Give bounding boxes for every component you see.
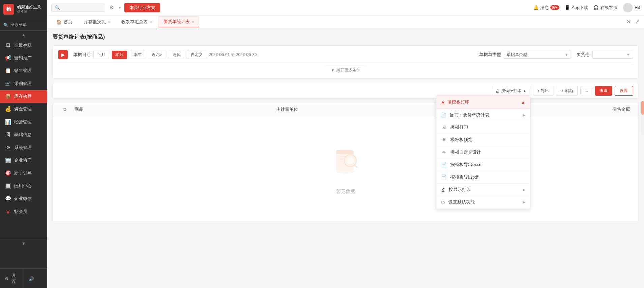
customer-service-btn[interactable]: 🎧 在线客服 [593, 5, 618, 11]
sidebar-item-enterprise[interactable]: 🏢 企业协同 [0, 154, 47, 167]
page-title: 要货单统计表(按商品) [53, 34, 639, 41]
date-prev-month-btn[interactable]: 上月 [93, 51, 109, 59]
wechat-icon: 💬 [5, 196, 11, 202]
audio-icon: 🔊 [29, 276, 34, 281]
sidebar-scroll-up[interactable]: ▲ [0, 31, 47, 39]
dropdown-template-design[interactable]: ✏ 模板自定义设计 [436, 146, 530, 159]
date-current-year-btn[interactable]: 本年 [130, 51, 145, 59]
tab-order-stats[interactable]: 要货单统计表 × [158, 16, 199, 27]
topbar-settings-arrow: ▼ [118, 6, 122, 10]
app-logo: 畅 畅康通好生意 标准版 [0, 0, 47, 19]
dropdown-template-preview[interactable]: 👁 模板板预览 [436, 134, 530, 146]
print-template-btn[interactable]: 🖨 按模板打印 ▲ [492, 86, 530, 96]
sidebar-item-basics[interactable]: 🗄 基础信息 [0, 128, 47, 141]
svg-rect-6 [339, 156, 347, 157]
export-btn[interactable]: ↑ 导出 [533, 86, 553, 96]
date-current-month-btn[interactable]: 本月 [112, 51, 127, 59]
sidebar-item-system[interactable]: ⚙ 系统管理 [0, 141, 47, 154]
user-avatar [623, 3, 633, 12]
settings-btn[interactable]: 设置 [615, 86, 633, 96]
toolbar-right: 🖨 按模板打印 ▲ 🖨 按模板打印 ▲ 📄 [492, 86, 633, 96]
template-print-icon: 🖨 [441, 125, 447, 130]
date-last7days-btn[interactable]: 近7天 [148, 51, 166, 59]
sidebar-item-sales[interactable]: 📋 销售管理 [0, 64, 47, 77]
sidebar-item-label: 快捷导航 [14, 42, 32, 48]
tab-home[interactable]: 🏠 首页 [51, 17, 78, 27]
filter-expand-arrow[interactable]: ▶ [58, 50, 68, 59]
more-btn[interactable]: ··· [580, 87, 592, 95]
date-custom-btn[interactable]: 自定义 [187, 51, 206, 59]
tab-receipt-summary[interactable]: 收发存汇总表 × [116, 17, 157, 27]
query-btn[interactable]: 查询 [595, 86, 612, 96]
headset-icon: 🎧 [593, 5, 599, 10]
template-pdf-label: 按模板导出pdf [450, 174, 478, 180]
template-preview-icon: 👁 [441, 137, 447, 142]
logo-icon: 畅 [3, 4, 14, 15]
sidebar-item-purchase[interactable]: 🛒 采购管理 [0, 77, 47, 90]
print-dropdown-printer-icon: 🖨 [441, 100, 445, 105]
topbar-search-box[interactable]: 🔍 [51, 4, 105, 12]
settings-label: 设置 [620, 88, 628, 93]
user-area[interactable]: Rit [623, 3, 640, 12]
display-print-icon: 🖨 [441, 187, 445, 192]
date-more-btn[interactable]: 更多 [169, 51, 184, 59]
tab-inventory-batch[interactable]: 库存批次账 × [79, 17, 115, 27]
dropdown-template-pdf[interactable]: 📄 按模板导出pdf [436, 171, 530, 184]
purchase-icon: 🛒 [5, 81, 11, 87]
svg-rect-7 [339, 159, 344, 160]
sidebar-item-finance[interactable]: 💰 资金管理 [0, 103, 47, 116]
goods-select-wrapper: ▼ [592, 51, 633, 59]
sidebar-scroll-down[interactable]: ▼ [0, 239, 47, 247]
date-filter-section: 单据日期 上月 本月 本年 近7天 更多 自定义 2023-06-01 至 20… [73, 51, 257, 59]
sidebar-item-marketing[interactable]: 📢 营销推广 [0, 52, 47, 64]
tab-inventory-batch-label: 库存批次账 [84, 19, 106, 25]
topbar-settings-btn[interactable]: ⚙ [108, 3, 115, 12]
messages-btn[interactable]: 🔔 消息 99+ [533, 5, 559, 11]
chevron-up-icon-header: ▲ [521, 100, 525, 105]
sidebar-item-wechat[interactable]: 💬 企业微信 [0, 192, 47, 205]
sidebar-search-label: 搜索菜单 [10, 22, 27, 28]
tabbar-right: ✕ ⤢ [626, 18, 640, 26]
sidebar-item-member[interactable]: V 畅会员 [0, 205, 47, 218]
scrollbar[interactable] [641, 101, 644, 135]
template-excel-label: 按模板导出excel [450, 162, 482, 168]
dropdown-current-section[interactable]: 📄 当前：要货单统计表 ▶ [436, 109, 530, 121]
export-icon: ↑ [537, 89, 539, 93]
goods-select[interactable] [592, 51, 633, 59]
app-download-btn[interactable]: 📱 App下载 [565, 5, 588, 11]
tab-receipt-summary-close[interactable]: × [150, 20, 152, 24]
refresh-btn[interactable]: ↺ 刷新 [556, 86, 578, 96]
chevron-right-current: ▶ [523, 113, 525, 117]
sidebar-audio-btn[interactable]: 🔊 [24, 269, 48, 288]
sidebar-item-label: 企业微信 [14, 196, 32, 202]
sidebar-item-guide[interactable]: 🎯 新手引导 [0, 167, 47, 180]
expand-more-btn[interactable]: ▼ 展开更多条件 [325, 66, 366, 74]
sidebar-item-operations[interactable]: 📊 经营管理 [0, 116, 47, 128]
messages-label: 消息 [540, 5, 549, 11]
dropdown-template-print[interactable]: 🖨 模板打印 [436, 121, 530, 134]
tabbar: 🏠 首页 库存批次账 × 收发存汇总表 × 要货单统计表 × ✕ ⤢ [47, 15, 644, 28]
tab-order-stats-label: 要货单统计表 [164, 19, 190, 25]
dropdown-display-print[interactable]: 🖨 按显示打印 ▶ [436, 184, 530, 196]
settings-col-icon[interactable]: ⚙ [63, 107, 67, 112]
tabbar-close-btn[interactable]: ✕ [626, 18, 632, 26]
dropdown-default-function[interactable]: ⚙ 设置默认功能 ▶ [436, 196, 530, 209]
doc-type-select[interactable]: 单据单类型 [504, 51, 571, 59]
topbar-right: 🔔 消息 99+ 📱 App下载 🎧 在线客服 Rit [533, 3, 640, 12]
col-check: ⚙ [58, 107, 72, 112]
sidebar-settings-btn[interactable]: ⚙ 设置 [0, 269, 24, 288]
tab-inventory-batch-close[interactable]: × [108, 20, 110, 24]
table-area: ⚙ 商品 主计量单位 主数量 零售金额 [53, 103, 639, 222]
sidebar-item-apps[interactable]: 🔲 应用中心 [0, 180, 47, 192]
sidebar-item-inventory[interactable]: 📦 库存核算 [0, 90, 47, 103]
dropdown-template-excel[interactable]: 📄 按模板导出excel [436, 159, 530, 171]
tab-order-stats-close[interactable]: × [192, 20, 194, 24]
svg-line-5 [354, 165, 357, 167]
trial-btn[interactable]: 体验行业方案 [124, 3, 160, 12]
empty-illustration [329, 143, 362, 183]
sidebar-search[interactable]: 🔍 搜索菜单 [0, 19, 47, 30]
sidebar-item-quick-nav[interactable]: ⊞ 快捷导航 [0, 39, 47, 52]
doc-type-filter-section: 单据单类型 单据单类型 ▼ [479, 51, 571, 59]
more-label: ··· [585, 89, 588, 93]
tabbar-expand-btn[interactable]: ⤢ [634, 18, 640, 26]
